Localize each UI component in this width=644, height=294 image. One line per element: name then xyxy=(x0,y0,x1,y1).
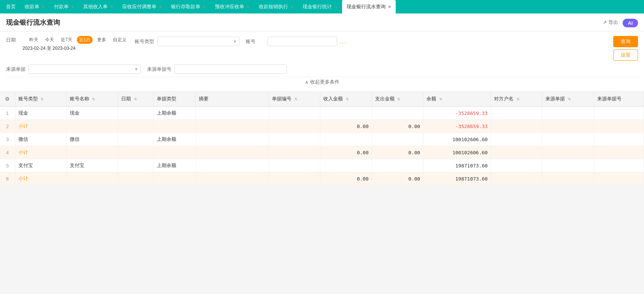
cell-date xyxy=(118,159,154,172)
nav-close-5[interactable]: ✕ xyxy=(246,4,250,9)
account-type-select[interactable]: ▾ xyxy=(157,37,240,46)
table-row: 2小计0.000.00-3528659.33 xyxy=(0,120,644,133)
nav-home[interactable]: 首页 xyxy=(2,0,20,13)
nav-tab-2[interactable]: 其他收入单 ✕ xyxy=(79,0,118,13)
cell-doc-num xyxy=(269,172,320,185)
sort-doc-num[interactable]: ⇅ xyxy=(294,97,297,101)
gear-icon[interactable]: ⚙ xyxy=(5,96,10,102)
account-ellipsis[interactable]: ... xyxy=(339,38,347,45)
nav-close-7[interactable]: ✕ xyxy=(334,4,338,9)
date-btn-yesterday[interactable]: 昨天 xyxy=(27,36,41,44)
date-btn-7days[interactable]: 近7天 xyxy=(59,36,75,44)
cell-income xyxy=(320,159,372,172)
table-row: 4小计0.000.00100102606.60 xyxy=(0,146,644,159)
cell-counterpart xyxy=(491,106,542,120)
nav-tab-7[interactable]: 现金银行统计 ✕ xyxy=(298,0,342,13)
nav-close-8[interactable]: ✕ xyxy=(388,4,391,9)
sort-expense[interactable]: ⇅ xyxy=(397,97,400,101)
cell-account-type: 支付宝 xyxy=(15,159,66,172)
sort-account-type[interactable]: ⇅ xyxy=(41,97,44,101)
cell-summary xyxy=(196,106,269,120)
cell-summary xyxy=(196,172,269,185)
export-button[interactable]: ↗ 导出 xyxy=(603,19,618,26)
filter-area: 日期 昨天 今天 近7天 近1月 更多 自定义 2023-02-24 至 202… xyxy=(0,31,644,92)
nav-tab-6[interactable]: 收款核销执行 ✕ xyxy=(254,0,298,13)
source-doc-select[interactable]: ▾ xyxy=(29,64,141,74)
cell-expense xyxy=(372,106,423,120)
sort-account-name[interactable]: ⇅ xyxy=(92,97,95,101)
cell-doc-num xyxy=(269,120,320,133)
date-btn-1month[interactable]: 近1月 xyxy=(77,36,93,44)
col-doc-num: 单据编号 ⇅ xyxy=(269,92,320,106)
cell-doc-type: 上期余额 xyxy=(154,159,196,172)
date-btn-today[interactable]: 今天 xyxy=(43,36,56,44)
account-label: 账号 xyxy=(246,38,264,45)
account-input[interactable] xyxy=(267,37,337,46)
query-button[interactable]: 查询 xyxy=(613,36,638,47)
cell-balance: -3528659.33 xyxy=(423,120,491,133)
cell-counterpart xyxy=(491,172,542,185)
cell-doc-type xyxy=(154,172,196,185)
cell-source-doc xyxy=(542,133,594,146)
collapse-bar[interactable]: ∧ 收起更多条件 xyxy=(6,77,638,87)
cell-source-doc xyxy=(542,106,594,120)
cell-balance: 19871073.60 xyxy=(423,172,491,185)
cell-date xyxy=(118,120,154,133)
source-doc-chevron: ▾ xyxy=(135,66,138,72)
nav-tab-5[interactable]: 预收冲应收单 ✕ xyxy=(210,0,254,13)
date-range: 2023-02-24 至 2023-03-24 xyxy=(23,46,75,51)
sort-balance[interactable]: ⇅ xyxy=(439,97,442,101)
nav-close-3[interactable]: ✕ xyxy=(159,4,162,9)
nav-close-4[interactable]: ✕ xyxy=(203,4,206,9)
nav-tab-1[interactable]: 付款单 ✕ xyxy=(50,0,79,13)
cell-date xyxy=(118,172,154,185)
cell-counterpart xyxy=(491,159,542,172)
source-doc-num-input[interactable] xyxy=(174,64,287,74)
cell-source-doc-num xyxy=(594,133,644,146)
collapse-up-icon: ∧ xyxy=(305,79,309,85)
col-balance: 余额 ⇅ xyxy=(423,92,491,106)
page-title: 现金银行流水查询 xyxy=(6,18,60,27)
ai-badge[interactable]: Ai xyxy=(623,19,638,27)
cell-expense: 0.00 xyxy=(372,172,423,185)
nav-close-6[interactable]: ✕ xyxy=(290,4,294,9)
date-btn-more[interactable]: 更多 xyxy=(95,36,108,44)
col-summary: 摘要 xyxy=(196,92,269,106)
table-row: 5支付宝支付宝上期余额19871073.60 xyxy=(0,159,644,172)
cell-account-name: 现金 xyxy=(66,106,118,120)
cell-balance: 100102606.60 xyxy=(423,133,491,146)
cell-date xyxy=(118,106,154,120)
cell-expense xyxy=(372,159,423,172)
sort-income[interactable]: ⇅ xyxy=(346,97,349,101)
cell-doc-num xyxy=(269,106,320,120)
col-account-name: 账号名称 ⇅ xyxy=(66,92,118,106)
nav-tab-8[interactable]: 现金银行流水查询 ✕ xyxy=(342,0,396,13)
settings-button[interactable]: 设置 xyxy=(613,49,638,61)
cell-income: 0.00 xyxy=(320,120,372,133)
nav-close-0[interactable]: ✕ xyxy=(42,4,45,9)
col-income: 收入金额 ⇅ xyxy=(320,92,372,106)
table-row: 3微信微信上期余额100102606.60 xyxy=(0,133,644,146)
cell-source-doc-num xyxy=(594,172,644,185)
nav-tab-0[interactable]: 收款单 ✕ xyxy=(20,0,50,13)
nav-close-1[interactable]: ✕ xyxy=(71,4,74,9)
nav-tab-3[interactable]: 应收应付调整单 ✕ xyxy=(118,0,167,13)
cell-account-type: 微信 xyxy=(15,133,66,146)
nav-close-2[interactable]: ✕ xyxy=(110,4,113,9)
cell-account-type: 小计 xyxy=(15,172,66,185)
sort-counterpart[interactable]: ⇅ xyxy=(516,97,519,101)
cell-source-doc-num xyxy=(594,159,644,172)
source-doc-num-label: 来源单据号 xyxy=(147,66,171,73)
top-nav: 首页 收款单 ✕ 付款单 ✕ 其他收入单 ✕ 应收应付调整单 ✕ 银行存取款单 … xyxy=(0,0,644,13)
sort-source-doc[interactable]: ⇅ xyxy=(568,97,571,101)
cell-doc-type xyxy=(154,120,196,133)
nav-tab-4[interactable]: 银行存取款单 ✕ xyxy=(167,0,210,13)
account-type-label: 账号类型 xyxy=(135,38,154,45)
cell-balance: -3528659.33 xyxy=(423,106,491,120)
sort-date[interactable]: ⇅ xyxy=(134,97,137,101)
cell-account-name xyxy=(66,172,118,185)
date-btn-custom[interactable]: 自定义 xyxy=(111,36,129,44)
row-number: 4 xyxy=(0,146,15,159)
row-number: 5 xyxy=(0,159,15,172)
cell-summary xyxy=(196,159,269,172)
